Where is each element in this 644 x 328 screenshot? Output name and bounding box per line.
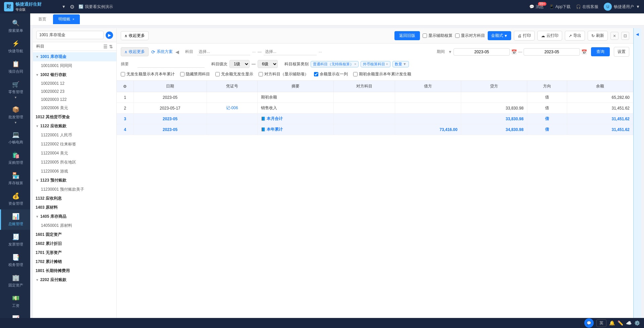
close-window-btn[interactable]: ×: [610, 32, 619, 40]
tree-item-2202[interactable]: ▼ 2202 应付账款: [33, 275, 116, 284]
period-end-input[interactable]: [524, 48, 580, 56]
check-opening-ytd[interactable]: 期初余额显示本年累计发生额: [353, 71, 411, 77]
refresh-btn[interactable]: ↻ 刷新: [588, 31, 608, 41]
tab-home[interactable]: 首页: [33, 14, 52, 24]
tree-item-1123[interactable]: ▼ 1123 预付账款: [33, 176, 116, 185]
check-no-balance[interactable]: 无余额无发生显示: [215, 71, 253, 77]
export-btn[interactable]: ↗ 导出: [565, 31, 585, 41]
tree-item-1122[interactable]: ▼ 1122 应收账款: [33, 122, 116, 131]
calendar-start-icon[interactable]: 📅: [511, 49, 517, 55]
lang-switch-btn[interactable]: 英: [596, 319, 606, 327]
tree-item-1012[interactable]: 1012 其他货币资金: [33, 113, 116, 122]
cloud-print-btn[interactable]: ☁ 云打印: [537, 31, 562, 41]
filter-collapse-btn[interactable]: ∧ 收起更多: [121, 47, 149, 56]
subject-end-input[interactable]: [264, 48, 317, 55]
tree-item-1601[interactable]: 1601 固定资产: [33, 230, 116, 239]
filter-row-3: 无发生额显示本月本年累计 隐藏禁用科目 无余额无发生显示 对方科目（显: [121, 71, 629, 77]
lightning-icon: ⚡: [12, 40, 19, 47]
list-view-icon[interactable]: ☰: [103, 44, 108, 49]
online-service-btn[interactable]: 🎧 在线客服: [576, 4, 598, 10]
col-settings[interactable]: ⚙: [117, 81, 133, 92]
print-btn[interactable]: 🖨 打印: [514, 31, 535, 41]
tree-item-1002[interactable]: ▼ 1002 银行存款: [33, 70, 116, 79]
sidebar-item-tax[interactable]: 📑 税务管理: [0, 250, 30, 271]
level-end-select[interactable]: 6级1级2级3级4级5级: [258, 60, 278, 68]
tree-item-10020001[interactable]: 10020001 12: [33, 79, 116, 87]
sidebar-item-invoice[interactable]: 🧾 发票管理: [0, 230, 30, 250]
tree-item-1405[interactable]: ▼ 1405 库存商品: [33, 212, 116, 221]
tree-item-11220005[interactable]: 11220005 所在地区: [33, 158, 116, 167]
summary-input[interactable]: [138, 61, 205, 68]
wholesale-icon: 📦: [12, 106, 19, 113]
sidebar-item-project[interactable]: 📋 项目合同: [0, 57, 30, 77]
tree-item-10010001[interactable]: 10010001 同同同: [33, 61, 116, 70]
expand-more-btn[interactable]: ∧ 收起更多: [121, 31, 149, 40]
sidebar-item-wholesale[interactable]: 📦 批发管理 ▼: [0, 103, 30, 128]
message-btn[interactable]: 💬 消息 99+: [529, 4, 544, 10]
tree-item-1403[interactable]: 1403 原材料: [33, 203, 116, 212]
sidebar-item-inventory[interactable]: 🏪 库存核算: [0, 169, 30, 189]
tab-detail-ledger[interactable]: 明细账 ×: [53, 14, 80, 24]
level-start-select[interactable]: 1级2级3级: [229, 60, 250, 68]
sort-icon[interactable]: ⇅: [109, 44, 113, 49]
check-contra-aux[interactable]: 对方科目（显示辅助项）: [259, 71, 309, 77]
tag-qty-close[interactable]: ▼: [403, 62, 407, 66]
tree-item-11220002[interactable]: 11220002 往来标签: [33, 140, 116, 149]
side-panel-collapse-btn[interactable]: ◀: [635, 31, 640, 38]
return-old-btn[interactable]: 返回旧版: [394, 31, 420, 40]
invoice-icon: 🧾: [12, 233, 19, 241]
query-btn[interactable]: 查询: [591, 47, 610, 56]
tree-item-11220004[interactable]: 11220004 美元: [33, 149, 116, 158]
account-selector[interactable]: 1001 库存现金: [36, 31, 104, 39]
notify-icon[interactable]: 🔔: [609, 320, 615, 326]
user-menu[interactable]: U 畅捷通用户 ▼: [604, 3, 640, 11]
tree-item-11230001[interactable]: 11230001 预付账款美子: [33, 185, 116, 194]
sidebar-item-payroll[interactable]: 💵 工资: [0, 291, 30, 312]
subject-input[interactable]: [197, 48, 250, 55]
sidebar-item-quick-nav[interactable]: ⚡ 快捷导航: [0, 37, 30, 57]
sidebar-item-ecommerce[interactable]: 💻 小畅电商: [0, 128, 30, 148]
tag-foreign-close[interactable]: ×: [386, 62, 388, 66]
cloud-sync-icon[interactable]: ☁️: [626, 320, 632, 326]
app-download-btn[interactable]: 📱 App下载: [549, 4, 571, 10]
amount-format-btn[interactable]: 金额式 ▼: [488, 31, 511, 40]
company-dropdown[interactable]: ▼: [62, 4, 66, 9]
sidebar-item-funds[interactable]: 💰 资金管理: [0, 189, 30, 209]
sidebar-item-fixed-assets[interactable]: 🏢 固定资产: [0, 271, 30, 291]
maximize-btn[interactable]: ⊡: [621, 32, 629, 40]
sidebar-item-ledger[interactable]: 📊 总账管理: [0, 209, 30, 230]
nav-arrow-btn[interactable]: ▶: [106, 31, 113, 39]
check-no-amount[interactable]: 无发生额显示本月本年累计: [121, 71, 175, 77]
filter-arrow-icon[interactable]: ◀: [175, 49, 179, 55]
tab-close-btn[interactable]: ×: [72, 17, 74, 21]
tree-item-10020003[interactable]: 10020003 122: [33, 95, 116, 104]
tree-item-1001[interactable]: ▼ 1001 库存现金: [33, 52, 116, 61]
retail-icon: 🛒: [12, 81, 19, 88]
sidebar-item-retail[interactable]: 🛒 零售管理 ▼: [0, 77, 30, 103]
calendar-end-icon[interactable]: 📅: [581, 49, 587, 55]
tree-item-10020006[interactable]: 10020006 美元: [33, 104, 116, 113]
tree-item-10020002[interactable]: 10020002 23: [33, 87, 116, 95]
chat-bubble-icon[interactable]: 💬: [584, 318, 594, 328]
voucher-link[interactable]: 记-006: [226, 106, 238, 110]
tree-item-11220001[interactable]: 11220001 人民币: [33, 131, 116, 140]
demo-link[interactable]: 🔄 我要看实例演示: [78, 4, 113, 10]
tree-item-1602[interactable]: 1602 累计折旧: [33, 239, 116, 248]
tree-item-11220006[interactable]: 11220006 游戏: [33, 167, 116, 176]
tag-normal-close[interactable]: ×: [354, 62, 356, 66]
gear-icon[interactable]: ⚙: [70, 4, 74, 10]
tree-item-14050001[interactable]: 14050001 原材料: [33, 221, 116, 230]
period-start-input[interactable]: [453, 48, 510, 56]
tree-item-1801[interactable]: 1801 长期待摊费用: [33, 266, 116, 275]
check-balance-one-col[interactable]: 余额显示在一列: [314, 71, 348, 77]
edit-icon[interactable]: ✏️: [618, 320, 623, 326]
check-hide-disabled[interactable]: 隐藏禁用科目: [180, 71, 210, 77]
sidebar-item-purchase[interactable]: 🛍️ 采购管理: [0, 148, 30, 169]
tree-item-1132[interactable]: 1132 应收利息: [33, 194, 116, 203]
sidebar-item-search[interactable]: 🔍 搜索菜单: [0, 16, 30, 37]
tree-item-1701[interactable]: 1701 无形资产: [33, 248, 116, 257]
settings-status-icon[interactable]: ⚙️: [634, 320, 640, 326]
scheme-btn[interactable]: ⟳ 系统方案: [151, 49, 173, 55]
settings-btn[interactable]: 设置: [614, 47, 629, 57]
tree-item-1702[interactable]: 1702 累计摊销: [33, 257, 116, 266]
